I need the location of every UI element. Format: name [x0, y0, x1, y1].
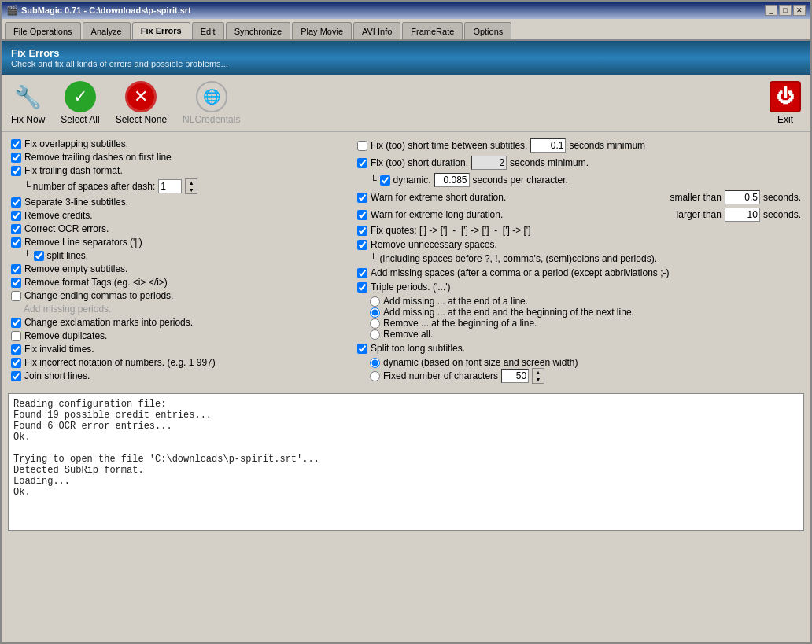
- radio-dynamic-split[interactable]: [370, 358, 380, 368]
- tab-play-movie[interactable]: Play Movie: [292, 22, 352, 39]
- input-short-duration[interactable]: [471, 156, 507, 170]
- radio-add-missing-end[interactable]: [370, 296, 380, 307]
- checkbox-remove-unnecessary-spaces[interactable]: [357, 240, 367, 250]
- option-add-missing-spaces: Add missing spaces (after a comma or a p…: [357, 267, 801, 278]
- tab-analyze[interactable]: Analyze: [83, 22, 131, 39]
- fixed-chars-spinner: ▲ ▼: [532, 368, 544, 384]
- main-content: Fix overlapping subtitles. Remove traili…: [2, 132, 810, 390]
- tab-avi-info[interactable]: AVI Info: [353, 22, 400, 39]
- option-including-spaces: └ (including spaces before ?, !, comma's…: [370, 253, 801, 264]
- checkbox-fix-short-duration[interactable]: [357, 158, 367, 168]
- checkbox-change-exclamation[interactable]: [11, 318, 21, 328]
- radio-add-missing-end-begin[interactable]: [370, 307, 380, 318]
- option-remove-all: Remove all.: [370, 329, 801, 340]
- input-fixed-chars[interactable]: [501, 369, 529, 383]
- title-bar: 🎬 SubMagic 0.71 - C:\downloads\p-spirit.…: [2, 2, 810, 19]
- exit-button[interactable]: ⏻ Exit: [770, 81, 801, 125]
- fix-now-button[interactable]: 🔧 Fix Now: [11, 81, 45, 125]
- select-all-button[interactable]: ✓ Select All: [61, 81, 99, 125]
- option-add-missing-periods: Add missing periods.: [24, 304, 349, 315]
- header-subtitle: Check and fix all kinds of errors and po…: [11, 59, 801, 68]
- dash-spaces-down[interactable]: ▼: [186, 186, 197, 193]
- option-fix-short-time: Fix (too) short time between subtitles. …: [357, 138, 801, 153]
- checkbox-change-ending-commas[interactable]: [11, 291, 21, 301]
- checkbox-remove-duplicates[interactable]: [11, 331, 21, 341]
- option-split-lines: └ split lines.: [24, 250, 349, 261]
- radio-fixed-chars[interactable]: [370, 371, 380, 381]
- tab-synchronize[interactable]: Synchronize: [226, 22, 291, 39]
- exit-label: Exit: [777, 114, 793, 125]
- checkbox-fix-trailing-dash[interactable]: [11, 166, 21, 176]
- option-fix-short-duration: Fix (too) short duration. seconds minimu…: [357, 156, 801, 170]
- select-all-label: Select All: [61, 114, 99, 125]
- fixed-chars-up[interactable]: ▲: [533, 369, 544, 376]
- option-fix-invalid-times: Fix invalid times.: [11, 344, 349, 355]
- option-remove-duplicates: Remove duplicates.: [11, 330, 349, 341]
- option-fix-quotes: Fix quotes: ['] -> ['] - ['] -> ['] - ['…: [357, 225, 801, 236]
- tab-file-operations[interactable]: File Operations: [5, 22, 81, 39]
- fix-now-icon: 🔧: [13, 81, 44, 112]
- checkbox-fix-quotes[interactable]: [357, 226, 367, 236]
- dash-spaces-up[interactable]: ▲: [186, 179, 197, 186]
- checkbox-remove-trailing-dashes[interactable]: [11, 153, 21, 163]
- nl-credentials-button[interactable]: 🌐 NLCredentals: [183, 81, 240, 125]
- console-output: Reading configuration file: Found 19 pos…: [8, 393, 804, 531]
- split-suboptions: dynamic (based on font size and screen w…: [370, 357, 801, 384]
- option-fix-overlapping: Fix overlapping subtitles.: [11, 138, 349, 149]
- tab-bar: File Operations Analyze Fix Errors Edit …: [2, 19, 810, 41]
- option-join-short-lines: Join short lines.: [11, 370, 349, 381]
- option-warn-extreme-short: Warn for extreme short duration. smaller…: [357, 190, 801, 204]
- option-remove-line-sep: Remove Line separators ('|'): [11, 237, 349, 248]
- option-remove-credits: Remove credits.: [11, 210, 349, 221]
- header-section: Fix Errors Check and fix all kinds of er…: [2, 41, 810, 75]
- checkbox-correct-ocr[interactable]: [11, 224, 21, 234]
- toolbar: 🔧 Fix Now ✓ Select All ✕ Select None 🌐 N…: [2, 75, 810, 132]
- checkbox-fix-short-time[interactable]: [357, 141, 367, 151]
- app-window: 🎬 SubMagic 0.71 - C:\downloads\p-spirit.…: [0, 0, 812, 644]
- maximize-button[interactable]: □: [779, 5, 792, 16]
- app-icon: 🎬: [6, 5, 18, 16]
- radio-remove-all[interactable]: [370, 329, 380, 340]
- radio-remove-beginning[interactable]: [370, 318, 380, 329]
- close-button[interactable]: ✕: [793, 5, 806, 16]
- option-dynamic: └ dynamic. seconds per character.: [370, 173, 801, 187]
- checkbox-remove-credits[interactable]: [11, 211, 21, 221]
- checkbox-separate-3line[interactable]: [11, 197, 21, 208]
- option-split-too-long: Split too long subtitles.: [357, 343, 801, 354]
- checkbox-remove-line-sep[interactable]: [11, 237, 21, 248]
- checkbox-fix-overlapping[interactable]: [11, 139, 21, 149]
- checkbox-add-missing-spaces[interactable]: [357, 268, 367, 278]
- tab-options[interactable]: Options: [464, 22, 511, 39]
- input-warn-short[interactable]: [725, 190, 760, 204]
- checkbox-remove-empty[interactable]: [11, 264, 21, 274]
- input-dynamic[interactable]: [434, 173, 470, 187]
- tab-fix-errors[interactable]: Fix Errors: [132, 22, 190, 39]
- checkbox-dynamic[interactable]: [380, 175, 390, 186]
- option-separate-3line: Separate 3-line subtitles.: [11, 197, 349, 208]
- tab-framerate[interactable]: FrameRate: [402, 22, 463, 39]
- dash-spaces-input[interactable]: [158, 179, 182, 193]
- checkbox-remove-format-tags[interactable]: [11, 278, 21, 288]
- checkbox-join-short-lines[interactable]: [11, 371, 21, 381]
- option-add-missing-end: Add missing ... at the end of a line.: [370, 296, 801, 307]
- checkbox-split-lines[interactable]: [34, 251, 44, 261]
- checkbox-split-too-long[interactable]: [357, 344, 367, 354]
- header-title: Fix Errors: [11, 47, 801, 59]
- dash-spaces-spinner: ▲ ▼: [185, 178, 197, 194]
- checkbox-warn-extreme-long[interactable]: [357, 210, 367, 220]
- fixed-chars-down[interactable]: ▼: [533, 376, 544, 383]
- checkbox-fix-invalid-times[interactable]: [11, 344, 21, 355]
- select-all-icon: ✓: [65, 81, 96, 112]
- triple-period-suboptions: Add missing ... at the end of a line. Ad…: [370, 296, 801, 340]
- checkbox-fix-incorrect-notation[interactable]: [11, 358, 21, 368]
- checkbox-warn-extreme-short[interactable]: [357, 193, 367, 203]
- left-column: Fix overlapping subtitles. Remove traili…: [11, 138, 349, 384]
- select-none-button[interactable]: ✕ Select None: [116, 81, 167, 125]
- checkbox-triple-periods[interactable]: [357, 282, 367, 293]
- option-add-missing-end-begin: Add missing ... at the end and the begin…: [370, 307, 801, 318]
- minimize-button[interactable]: _: [765, 5, 777, 16]
- input-short-time[interactable]: [530, 138, 566, 153]
- input-warn-long[interactable]: [725, 208, 760, 222]
- tab-edit[interactable]: Edit: [192, 22, 224, 39]
- title-bar-left: 🎬 SubMagic 0.71 - C:\downloads\p-spirit.…: [6, 5, 191, 16]
